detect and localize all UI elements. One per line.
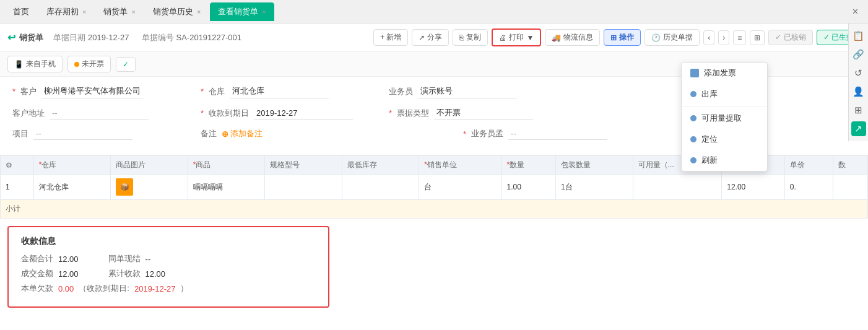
- due-date-field: * 收款到期日 2019-12-27: [201, 107, 374, 119]
- row-img: 📦: [111, 175, 188, 200]
- staff2-value[interactable]: --: [508, 128, 607, 140]
- view2-button[interactable]: ⊞: [750, 30, 765, 45]
- row-warehouse: 河北仓库: [33, 175, 111, 200]
- owed-label: 本单欠款: [21, 283, 53, 294]
- req-marker5: *: [463, 129, 466, 139]
- same-order-item: 同单现结 --: [108, 253, 151, 264]
- dropdown-item-location[interactable]: 定位: [682, 129, 767, 150]
- dropdown-item-refresh[interactable]: 刷新: [682, 150, 767, 171]
- tab-history-label: 销货单历史: [153, 6, 193, 17]
- print-button[interactable]: 🖨 打印 ▼: [492, 28, 541, 46]
- due-date-value[interactable]: 2019-12-27: [254, 107, 353, 119]
- from-phone-button[interactable]: 📱 来自手机: [7, 56, 63, 72]
- col-min-stock: 最低库存: [342, 156, 419, 175]
- sidebar-icon-expand[interactable]: ↗: [851, 121, 866, 136]
- number-label: 单据编号: [142, 32, 174, 43]
- invoice-sq-icon: [690, 69, 699, 77]
- project-value[interactable]: --: [33, 128, 132, 140]
- avail-circle-icon: [690, 115, 697, 121]
- owed-note: （收款到期日:: [79, 283, 129, 294]
- owed-date: 2019-12-27: [134, 284, 176, 293]
- share-button[interactable]: ↗ 分享: [412, 29, 449, 46]
- phone-icon: 📱: [14, 60, 24, 69]
- row-amount: [833, 175, 868, 200]
- dropdown-divider: [682, 106, 767, 106]
- logistics-button[interactable]: 🚚 物流信息: [545, 29, 600, 46]
- col-warehouse: *仓库: [33, 156, 111, 175]
- tab-view-sales-close[interactable]: ×: [262, 8, 266, 15]
- dropdown-item-avail[interactable]: 可用量提取: [682, 108, 767, 129]
- table-row: 1 河北仓库 📦 嗝嗝嗝嗝 台 1.00 1台 12.00 0.: [1, 175, 868, 200]
- tab-sales[interactable]: 销货单 ×: [95, 2, 143, 21]
- window-close-button[interactable]: ×: [848, 4, 863, 19]
- next-button[interactable]: ›: [718, 30, 729, 45]
- tab-history-close[interactable]: ×: [197, 8, 201, 15]
- history-button[interactable]: 🕐 历史单据: [644, 29, 700, 46]
- sales-icon: ↩: [7, 32, 15, 43]
- staff-field: 业务员 演示账号: [389, 84, 562, 98]
- col-price: 单价: [784, 156, 833, 175]
- form-title: ↩ 销货单: [7, 32, 43, 43]
- location-circle-icon: [690, 136, 697, 142]
- tab-inventory-close[interactable]: ×: [82, 8, 86, 15]
- check-btn1[interactable]: ✓: [116, 57, 136, 72]
- view1-button[interactable]: ≡: [733, 30, 746, 45]
- sidebar-icon-link[interactable]: 🔗: [851, 47, 866, 62]
- subtotal-row: 小计: [1, 200, 868, 219]
- customer-value[interactable]: 柳州粤港平安气体有限公司: [41, 84, 143, 98]
- sidebar-icon-grid[interactable]: ⊞: [851, 103, 866, 118]
- dropdown-item-invoice[interactable]: 添加发票: [682, 63, 767, 84]
- tab-sales-close[interactable]: ×: [131, 8, 135, 15]
- ops-button[interactable]: ⊞ 操作: [604, 29, 641, 46]
- total-label: 金额合计: [21, 253, 53, 264]
- row-qty: 1.00: [501, 175, 555, 200]
- copy-button[interactable]: ⎘ 复制: [453, 29, 488, 46]
- refresh-circle-icon: [690, 157, 697, 163]
- col-amount: 数: [833, 156, 868, 175]
- add-note-button[interactable]: ⊕ 添加备注: [222, 128, 263, 139]
- row-avail-qty: [633, 175, 722, 200]
- sidebar-icon-doc[interactable]: 📋: [851, 28, 866, 43]
- staff-value[interactable]: 演示账号: [418, 84, 517, 98]
- sidebar-icon-user[interactable]: 👤: [851, 84, 866, 99]
- new-button[interactable]: + 新增: [373, 29, 408, 46]
- row-min-stock: [342, 175, 419, 200]
- print-icon: 🖨: [499, 33, 506, 42]
- history-icon: 🕐: [651, 33, 661, 42]
- address-value[interactable]: --: [50, 107, 149, 119]
- row-num: 1: [1, 175, 34, 200]
- warehouse-value[interactable]: 河北仓库: [230, 84, 329, 98]
- right-sidebar: 📋 🔗 ↺ 👤 ⊞ ↗: [848, 24, 868, 141]
- address-label: 客户地址: [12, 108, 45, 119]
- tab-view-sales[interactable]: 查看销货单 ×: [210, 2, 274, 21]
- tab-inventory[interactable]: 库存期初 ×: [38, 2, 94, 21]
- staff-label: 业务员: [389, 86, 413, 97]
- col-gear: ⚙: [1, 156, 34, 175]
- cancelled-badge[interactable]: ✓ 已核销: [768, 30, 812, 45]
- date-label: 单据日期: [53, 32, 85, 43]
- dropdown-item-outstock[interactable]: 出库: [682, 84, 767, 105]
- accumulated-label: 累计收款: [108, 268, 141, 279]
- payment-row-3: 本单欠款 0.00 （收款到期日: 2019-12-27 ）: [21, 283, 316, 294]
- owed-value: 0.00: [58, 284, 74, 293]
- tab-history[interactable]: 销货单历史 ×: [145, 2, 209, 21]
- col-product: *商品: [188, 156, 265, 175]
- customer-label: 客户: [20, 86, 37, 97]
- number-value: SA-20191227-001: [176, 33, 242, 42]
- tab-home[interactable]: 首页: [5, 2, 37, 21]
- payment-info: 收款信息 金额合计 12.00 同单现结 -- 成交金额 12.00 累计收款: [7, 226, 329, 308]
- same-order-label: 同单现结: [108, 253, 141, 264]
- req-marker3: *: [201, 108, 204, 118]
- prev-button[interactable]: ‹: [703, 30, 714, 45]
- ops-dropdown-menu: 添加发票 出库 可用量提取 定位 刷新: [681, 62, 768, 172]
- ticket-type-value[interactable]: 不开票: [434, 106, 533, 120]
- date-value: 2019-12-27: [88, 33, 129, 42]
- sidebar-icon-refresh[interactable]: ↺: [851, 66, 866, 80]
- not-opened-button[interactable]: 未开票: [67, 56, 111, 72]
- product-image: 📦: [116, 178, 133, 196]
- form-meta: 单据日期 2019-12-27 单据编号 SA-20191227-001: [53, 32, 241, 43]
- project-label: 项目: [12, 128, 28, 139]
- form-header: ↩ 销货单 单据日期 2019-12-27 单据编号 SA-20191227-0…: [0, 24, 868, 52]
- date-meta: 单据日期 2019-12-27: [53, 32, 129, 43]
- gear-icon[interactable]: ⚙: [6, 161, 12, 170]
